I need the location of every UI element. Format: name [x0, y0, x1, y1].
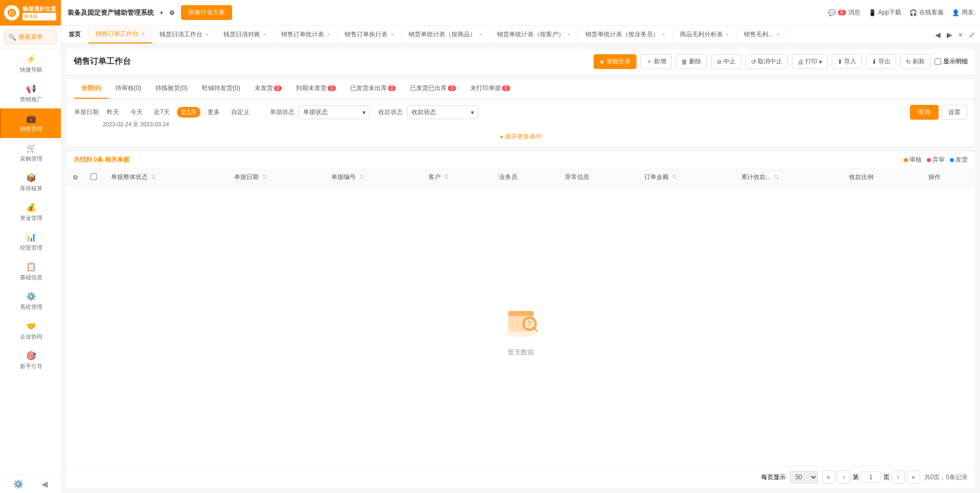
tab-close-sales-summary-staff[interactable]: × — [662, 32, 665, 37]
tab-sales-summary-customer[interactable]: 销货单统计表（按客户） × — [490, 26, 578, 43]
ship-quick-button[interactable]: 发货 — [950, 155, 968, 164]
tab-sales-summary-product[interactable]: 销货单统计表（按商品） × — [401, 26, 490, 43]
import-button[interactable]: ⬆ 导入 — [832, 54, 862, 69]
module-dropdown[interactable]: ▾ — [160, 9, 163, 16]
sidebar-item-marketing[interactable]: 📢 营销推广 — [0, 79, 61, 108]
sub-tab-not-printed[interactable]: 未打印单据0 — [463, 79, 517, 99]
tab-sales-order[interactable]: 销售订单工作台 × — [88, 26, 152, 43]
tab-home[interactable]: 首页 — [61, 26, 88, 43]
sidebar-item-sales[interactable]: 💼 销售管理 — [0, 108, 61, 138]
page-size-select[interactable]: 50 10 20 100 — [790, 471, 818, 483]
sidebar-item-finance[interactable]: 💰 资金管理 — [0, 197, 61, 227]
sub-tab-pending-inspect[interactable]: 待拣验货(0) — [148, 79, 195, 99]
prev-page-button[interactable]: ‹ — [837, 470, 851, 484]
select-all-checkbox[interactable] — [90, 173, 97, 180]
tab-cash-reconcile[interactable]: 钱货日清对账 × — [216, 26, 274, 43]
sort-icon-amount[interactable]: ⇅ — [672, 173, 677, 181]
tab-close-sales-summary-customer[interactable]: × — [567, 32, 571, 37]
doc-status-select[interactable]: 单据状态 ▾ — [299, 105, 370, 119]
add-button[interactable]: ＋ 新增 — [641, 54, 672, 69]
expand-more-button[interactable]: ▾ 展开更多条件 — [500, 132, 542, 141]
collapse-icon[interactable]: ◀ — [41, 479, 48, 489]
tab-close-cash-daily[interactable]: × — [206, 32, 209, 37]
tab-close-sales-exec[interactable]: × — [391, 32, 394, 37]
tab-sales-exec[interactable]: 销售订单执行表 × — [337, 26, 401, 43]
search-menu-button[interactable]: 🔍 搜索菜单 — [4, 30, 57, 44]
tab-next-button[interactable]: ▶ — [945, 30, 954, 40]
online-service-action[interactable]: 🎧 在线客服 — [909, 8, 944, 17]
date-range-display: 2023-02-24 至 2023-03-24 — [103, 121, 967, 128]
guide-icon: 🎯 — [26, 351, 36, 361]
date-7days[interactable]: 近7天 — [150, 107, 174, 118]
sort-icon-doc-no[interactable]: ⇅ — [359, 173, 364, 181]
industry-solution-button[interactable]: 体验行业方案 — [181, 5, 232, 20]
sub-tab-wangpu-pending[interactable]: 旺铺待发货(0) — [195, 79, 247, 99]
tab-sales-more[interactable]: 销售毛利... × — [737, 26, 787, 43]
sub-tab-all[interactable]: 全部(0) — [74, 79, 108, 99]
sidebar-item-basic[interactable]: 📋 基础信息 — [0, 257, 61, 286]
tab-expand-button[interactable]: ⤢ — [967, 30, 977, 40]
settings-icon[interactable]: ⚙ — [169, 9, 175, 16]
sub-tab-shipped-out[interactable]: 已发货已出库0 — [403, 79, 463, 99]
date-yesterday[interactable]: 昨天 — [103, 107, 123, 118]
stop-button[interactable]: ⊘ 中止 — [711, 54, 741, 69]
sub-tab-not-shipped[interactable]: 未发货0 — [247, 79, 289, 99]
tab-close-all-button[interactable]: × — [956, 30, 965, 40]
sidebar-item-inventory[interactable]: 📦 库存核算 — [0, 168, 61, 197]
refresh-button[interactable]: ↻ 刷新 — [900, 54, 930, 69]
sidebar-item-purchase[interactable]: 🛒 采购管理 — [0, 138, 61, 168]
sub-tab-pending-review[interactable]: 待审核(0) — [108, 79, 149, 99]
date-more[interactable]: 更多 — [203, 107, 224, 118]
page-number-input[interactable] — [861, 472, 881, 483]
sidebar-item-enterprise[interactable]: 🤝 企业协同 — [0, 316, 61, 346]
last-page-button[interactable]: » — [907, 470, 920, 484]
review-quick-button[interactable]: 审核 — [904, 155, 922, 164]
cancel-stop-button[interactable]: ↺ 取消中止 — [745, 54, 788, 69]
tab-sales-summary-staff[interactable]: 销货单统计表（按业务员） × — [578, 26, 673, 43]
tab-cash-daily[interactable]: 钱货日清工作台 × — [152, 26, 216, 43]
tab-prev-button[interactable]: ◀ — [933, 30, 943, 40]
sort-icon-doc-date[interactable]: ⇅ — [262, 173, 267, 181]
print-button[interactable]: 🖨 打印 ▾ — [792, 54, 828, 69]
tab-gross-profit[interactable]: 商品毛利分析表 × — [673, 26, 737, 43]
sub-tab-shipped-not-out[interactable]: 已发货未出库0 — [343, 79, 403, 99]
tab-close-cash-reconcile[interactable]: × — [263, 32, 266, 37]
next-page-button[interactable]: › — [892, 470, 905, 484]
tab-close-sales-stats[interactable]: × — [327, 32, 330, 37]
show-detail-checkbox-group[interactable]: 显示明细 — [935, 57, 968, 66]
settings-icon[interactable]: ⚙️ — [13, 479, 24, 489]
sidebar-item-quick-nav[interactable]: ⚡ 快捷导航 — [0, 49, 61, 79]
tab-close-sales-summary-product[interactable]: × — [479, 32, 482, 37]
user-action[interactable]: 👤 用友 — [952, 8, 974, 17]
message-action[interactable]: 💬 6 消息 — [828, 8, 860, 17]
date-custom[interactable]: 自定义 — [227, 107, 254, 118]
sort-icon-payment[interactable]: ⇅ — [774, 173, 779, 181]
sub-tab-filter-container: 全部(0) 待审核(0) 待拣验货(0) 旺铺待发货(0) 未发货0 到期未发货… — [66, 78, 975, 147]
cancel-review-quick-button[interactable]: 弃审 — [927, 155, 945, 164]
search-button[interactable]: 查询 — [910, 105, 939, 120]
header-row: ⚙ 单据整体状态 ⇅ 单据日期 ⇅ — [66, 169, 975, 186]
tab-close-sales-more[interactable]: × — [777, 32, 780, 37]
sort-icon-doc-status[interactable]: ⇅ — [151, 173, 156, 181]
payment-status-select[interactable]: 收款状态 ▾ — [407, 105, 478, 119]
tab-sales-stats[interactable]: 销售订单统计表 × — [274, 26, 338, 43]
logo-text: 畅捷通好生意 标准版 — [22, 5, 56, 20]
sidebar-item-operation[interactable]: 📊 经营管理 — [0, 227, 61, 257]
export-button[interactable]: ⬇ 导出 — [866, 54, 896, 69]
col-settings[interactable]: ⚙ — [66, 169, 84, 186]
sidebar-item-system[interactable]: ⚙️ 系统管理 — [0, 286, 61, 316]
tab-close-gross-profit[interactable]: × — [726, 32, 729, 37]
first-page-button[interactable]: « — [822, 470, 835, 484]
orange-dot — [904, 158, 908, 162]
tab-close-sales-order[interactable]: × — [142, 31, 145, 37]
show-detail-checkbox[interactable] — [935, 58, 941, 65]
delete-button[interactable]: 🗑 删除 — [676, 54, 707, 69]
smart-create-button[interactable]: ★ 智能生单 — [594, 54, 636, 69]
sub-tab-overdue-not-shipped[interactable]: 到期未发货0 — [289, 79, 343, 99]
date-today[interactable]: 今天 — [126, 107, 147, 118]
filter-settings-button[interactable]: 设置 — [942, 105, 967, 120]
sort-icon-customer[interactable]: ⇅ — [444, 173, 449, 181]
app-download-action[interactable]: 📱 App下载 — [869, 8, 901, 17]
sidebar-item-guide[interactable]: 🎯 新手引导 — [0, 346, 61, 375]
date-1month[interactable]: 近1月 — [177, 107, 201, 118]
